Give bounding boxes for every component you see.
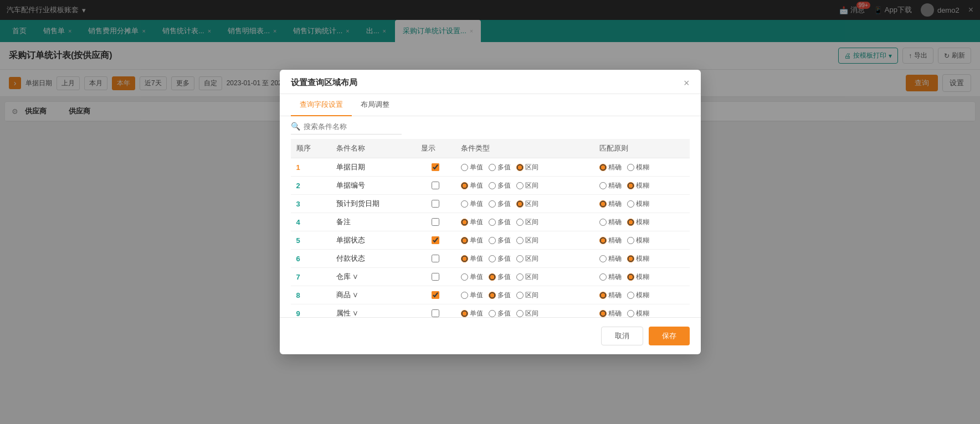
modal-overlay: 设置查询区域布局 × 查询字段设置 布局调整 🔍 bbox=[0, 0, 980, 126]
tab-layout-label: 布局调整 bbox=[361, 100, 389, 108]
tab-query-fields[interactable]: 查询字段设置 bbox=[291, 94, 352, 116]
dialog-title: 设置查询区域布局 bbox=[291, 77, 357, 88]
settings-dialog: 设置查询区域布局 × 查询字段设置 布局调整 🔍 bbox=[280, 70, 701, 126]
tab-layout[interactable]: 布局调整 bbox=[352, 94, 398, 116]
dialog-search: 🔍 bbox=[280, 116, 701, 126]
search-box: 🔍 bbox=[291, 122, 402, 126]
dialog-close-button[interactable]: × bbox=[684, 78, 690, 88]
search-input[interactable] bbox=[304, 122, 402, 127]
dialog-tabs: 查询字段设置 布局调整 bbox=[280, 94, 701, 116]
tab-query-fields-label: 查询字段设置 bbox=[300, 100, 343, 108]
search-icon: 🔍 bbox=[291, 122, 300, 126]
dialog-header: 设置查询区域布局 × bbox=[280, 70, 701, 94]
